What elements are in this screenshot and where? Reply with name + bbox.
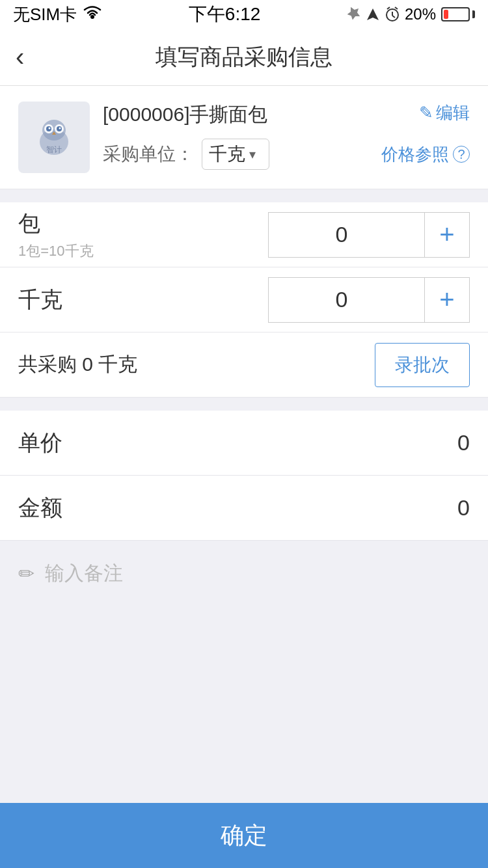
kg-input-row: 千克 + — [0, 267, 488, 332]
battery-percent: 20% — [405, 5, 436, 23]
nav-bar: ‹ 填写商品采购信息 — [0, 29, 488, 86]
product-image: 智计 — [18, 102, 90, 173]
kg-quantity-input[interactable] — [268, 277, 424, 323]
svg-point-0 — [90, 15, 94, 19]
svg-point-15 — [59, 128, 61, 129]
remark-section[interactable]: ✏ 输入备注 — [0, 541, 488, 606]
amount-row: 金额 0 — [0, 476, 488, 541]
total-row: 共采购 0 千克 录批次 — [0, 332, 488, 398]
svg-line-5 — [392, 16, 395, 18]
status-bar: 无SIM卡 下午6:12 — [0, 0, 488, 29]
bag-plus-button[interactable]: + — [424, 212, 470, 258]
bag-quantity-input[interactable] — [268, 212, 424, 258]
bag-input-control: + — [268, 212, 470, 258]
confirm-button[interactable]: 确定 — [0, 803, 488, 868]
bag-label: 包 1包=10千克 — [18, 209, 94, 261]
status-right: 20% — [347, 5, 475, 23]
kg-plus-icon: + — [439, 285, 454, 314]
unit-dropdown-icon: ▾ — [249, 146, 256, 162]
kg-label: 千克 — [18, 285, 62, 315]
svg-marker-2 — [367, 8, 379, 20]
svg-line-7 — [395, 7, 398, 9]
unit-label: 采购单位： — [103, 142, 194, 167]
alarm-icon — [385, 7, 400, 22]
price-ref-label: 价格参照 — [381, 143, 449, 166]
battery-indicator — [441, 7, 475, 21]
wifi-icon — [83, 5, 102, 23]
product-logo: 智计 — [28, 111, 80, 163]
confirm-label: 确定 — [221, 820, 267, 852]
svg-point-14 — [49, 128, 51, 129]
product-info-top: [0000006]手撕面包 ✎ 编辑 — [103, 102, 470, 128]
svg-line-6 — [387, 7, 390, 9]
kg-input-control: + — [268, 277, 470, 323]
bag-label-main: 包 — [18, 209, 94, 239]
bag-input-row: 包 1包=10千克 + — [0, 202, 488, 267]
bag-plus-icon: + — [439, 220, 454, 249]
input-section: 包 1包=10千克 + 千克 + — [0, 202, 488, 332]
product-info: [0000006]手撕面包 ✎ 编辑 采购单位： 千克 ▾ — [103, 102, 470, 170]
total-label: 共采购 0 千克 — [18, 351, 137, 378]
product-name: [0000006]手撕面包 — [103, 102, 267, 128]
kg-plus-button[interactable]: + — [424, 277, 470, 323]
price-ref-icon: ? — [453, 146, 470, 163]
back-button[interactable]: ‹ — [16, 42, 24, 72]
time-text: 下午6:12 — [189, 2, 261, 27]
product-info-bottom: 采购单位： 千克 ▾ 价格参照 ? — [103, 139, 470, 170]
amount-label: 金额 — [18, 493, 62, 523]
page-title: 填写商品采购信息 — [156, 42, 332, 72]
edit-button[interactable]: ✎ 编辑 — [419, 102, 470, 124]
brand-icon: 智计 — [28, 115, 80, 160]
edit-icon: ✎ — [419, 103, 433, 123]
carrier-text: 无SIM卡 — [13, 3, 77, 26]
price-reference-button[interactable]: 价格参照 ? — [381, 143, 470, 166]
status-left: 无SIM卡 — [13, 3, 102, 26]
price-section: 单价 0 金额 0 — [0, 411, 488, 541]
unit-price-label: 单价 — [18, 428, 62, 458]
location-arrow-icon — [366, 7, 380, 21]
kg-label-main: 千克 — [18, 285, 62, 315]
unit-price-value: 0 — [457, 430, 470, 455]
product-card: 智计 [0000006]手撕面包 ✎ 编辑 采购单位： 千克 — [0, 86, 488, 189]
svg-text:智计: 智计 — [46, 145, 62, 154]
unit-price-row: 单价 0 — [0, 411, 488, 476]
amount-value: 0 — [457, 495, 470, 521]
content-spacer — [0, 606, 488, 788]
remark-placeholder: 输入备注 — [45, 560, 123, 587]
section-divider-1 — [0, 189, 488, 202]
unit-row: 采购单位： 千克 ▾ — [103, 139, 269, 170]
edit-label: 编辑 — [436, 102, 470, 124]
record-batch-button[interactable]: 录批次 — [375, 343, 470, 387]
bag-label-sub: 1包=10千克 — [18, 241, 94, 261]
unit-value: 千克 — [209, 142, 245, 167]
unit-select[interactable]: 千克 ▾ — [202, 139, 269, 170]
section-divider-2 — [0, 398, 488, 411]
location-icon — [347, 7, 360, 22]
pencil-icon: ✏ — [18, 562, 34, 585]
